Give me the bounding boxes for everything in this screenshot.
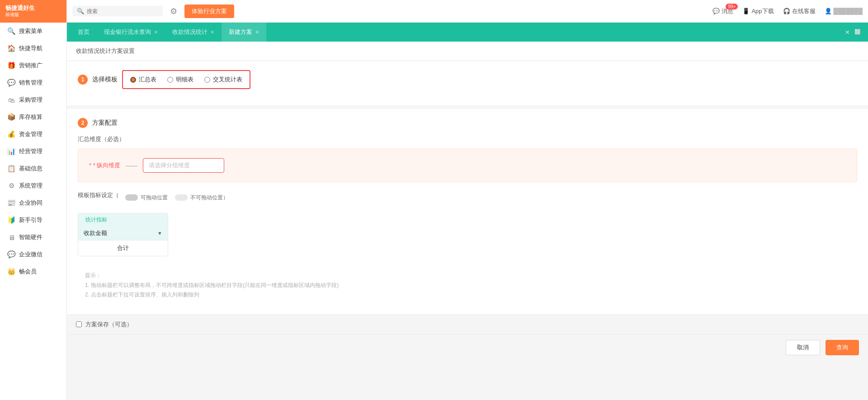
sidebar-item-newbie[interactable]: 🔰 新手引导 bbox=[0, 212, 66, 229]
search-box[interactable]: 🔍 bbox=[72, 6, 163, 16]
search-icon: 🔍 bbox=[77, 8, 84, 14]
service-item[interactable]: 🎧 在线客服 bbox=[783, 7, 816, 15]
topbar: 🔍 ⚙ 体验行业方案 💬 消息 99+ 📱 App下载 🎧 在线客服 👤 ███… bbox=[67, 0, 868, 23]
option-summary[interactable]: 汇总表 bbox=[130, 75, 156, 84]
tab-new-scheme-label: 新建方案 bbox=[229, 28, 252, 36]
sidebar-item-finance[interactable]: 💰 资金管理 bbox=[0, 126, 66, 143]
settings-icon[interactable]: ⚙ bbox=[170, 6, 177, 16]
sidebar-item-marketing[interactable]: 🎁 营销推广 bbox=[0, 57, 66, 74]
message-icon: 💬 bbox=[712, 8, 720, 14]
newbie-icon: 🔰 bbox=[7, 216, 15, 224]
step1-label: 1 选择模板 汇总表 明细表 交叉统计表 bbox=[78, 70, 857, 89]
step1-title: 选择模板 bbox=[92, 75, 118, 84]
dimension-select[interactable]: 请选择分组维度 bbox=[143, 158, 224, 173]
sidebar-item-label: 快捷导航 bbox=[19, 44, 42, 52]
sidebar-item-corp-collab[interactable]: 📰 企业协同 bbox=[0, 194, 66, 212]
logo: 畅捷通好生 标准版 bbox=[0, 0, 66, 23]
wechat-icon: 💬 bbox=[7, 250, 15, 259]
download-item[interactable]: 📱 App下载 bbox=[742, 7, 774, 15]
user-name: ███████ bbox=[834, 8, 863, 14]
sidebar-item-label: 库存核算 bbox=[19, 113, 42, 121]
tab-cash-flow[interactable]: 现金银行流水查询 ✕ bbox=[97, 23, 165, 42]
fixed-label: 不可拖动位置） bbox=[190, 194, 228, 202]
download-label: App下载 bbox=[751, 7, 774, 15]
user-info[interactable]: 👤 ███████ bbox=[825, 8, 863, 14]
sidebar-item-operation[interactable]: 📊 经营管理 bbox=[0, 143, 66, 160]
sidebar-item-member[interactable]: 👑 畅会员 bbox=[0, 263, 66, 280]
step1-number: 1 bbox=[78, 75, 88, 85]
save-checkbox[interactable] bbox=[76, 321, 82, 327]
tab-new-scheme-close[interactable]: ✕ bbox=[255, 29, 259, 35]
sidebar-item-label: 基础信息 bbox=[19, 165, 42, 173]
required-star: * bbox=[89, 162, 91, 169]
fixed-indicator bbox=[175, 194, 188, 201]
radio-detail[interactable] bbox=[167, 77, 173, 83]
trial-button[interactable]: 体验行业方案 bbox=[184, 5, 234, 18]
metrics-header: 模板指标设定（ 可拖动位置 不可拖动位置） bbox=[78, 191, 857, 204]
gear-icon: ⚙ bbox=[7, 182, 15, 190]
radio-cross[interactable] bbox=[204, 77, 210, 83]
money-icon: 💰 bbox=[7, 130, 15, 138]
option-detail[interactable]: 明细表 bbox=[167, 75, 193, 84]
vertical-dim-label: * * 纵向维度 bbox=[89, 161, 120, 169]
metrics-section: 模板指标设定（ 可拖动位置 不可拖动位置） 统计指标 bbox=[78, 191, 857, 256]
query-button[interactable]: 查询 bbox=[826, 340, 859, 355]
sidebar-item-label: 新手引导 bbox=[19, 216, 42, 224]
option-cross[interactable]: 交叉统计表 bbox=[204, 75, 242, 84]
tab-receipt-stats[interactable]: 收款情况统计 ✕ bbox=[165, 23, 222, 42]
tab-receipt-stats-close[interactable]: ✕ bbox=[210, 29, 214, 35]
metrics-table: 统计指标 收款金额 ▼ 合计 bbox=[78, 213, 168, 256]
sidebar-item-label: 畅会员 bbox=[19, 268, 37, 276]
metrics-table-header: 统计指标 bbox=[78, 213, 168, 226]
tab-home[interactable]: 首页 bbox=[71, 23, 97, 42]
radio-summary[interactable] bbox=[130, 77, 136, 83]
sidebar-item-label: 销售管理 bbox=[19, 79, 42, 87]
window-maximize-icon[interactable]: ⬜ bbox=[854, 29, 861, 36]
window-close-icon[interactable]: ✕ bbox=[845, 29, 850, 36]
monitor-icon: 🖥 bbox=[7, 234, 15, 241]
message-item[interactable]: 💬 消息 99+ bbox=[712, 7, 733, 15]
sidebar-item-label: 企业微信 bbox=[19, 250, 42, 259]
tips-section: 提示： 1. 拖动标题栏可以调整布局，不可跨维度或指标区域拖动栏目字段(只能在同… bbox=[78, 265, 857, 306]
sidebar-item-system[interactable]: ⚙ 系统管理 bbox=[0, 177, 66, 194]
sidebar-item-label: 资金管理 bbox=[19, 130, 42, 138]
tip1: 1. 拖动标题栏可以调整布局，不可跨维度或指标区域拖动栏目字段(只能在同一维度或… bbox=[85, 281, 850, 291]
sidebar-item-sales[interactable]: 💬 销售管理 bbox=[0, 74, 66, 91]
dimension-select-placeholder: 请选择分组维度 bbox=[149, 162, 190, 169]
page-content: 收款情况统计方案设置 1 选择模板 汇总表 明细表 bbox=[67, 42, 868, 400]
service-label: 在线客服 bbox=[792, 7, 816, 15]
step2-title: 方案配置 bbox=[92, 119, 118, 127]
cancel-button[interactable]: 取消 bbox=[786, 340, 820, 355]
sidebar-item-basic-info[interactable]: 📋 基础信息 bbox=[0, 160, 66, 177]
search-input[interactable] bbox=[87, 8, 155, 14]
option-summary-label: 汇总表 bbox=[139, 75, 156, 84]
sidebar-item-label: 经营管理 bbox=[19, 147, 42, 155]
vertical-label-text: * 纵向维度 bbox=[93, 162, 121, 169]
tip2: 2. 点击标题栏下拉可设置排序、插入列和删除列 bbox=[85, 290, 850, 300]
sidebar-item-purchase[interactable]: 🛍 采购管理 bbox=[0, 91, 66, 108]
metrics-col-row: 合计 bbox=[78, 240, 168, 256]
sidebar-item-label: 营销推广 bbox=[19, 61, 42, 70]
metrics-col-header[interactable]: 收款金额 ▼ bbox=[78, 226, 168, 240]
metrics-label-text: 模板指标设定（ bbox=[78, 191, 119, 199]
tab-cash-flow-close[interactable]: ✕ bbox=[154, 29, 158, 35]
tab-new-scheme[interactable]: 新建方案 ✕ bbox=[222, 23, 266, 42]
save-option-section: 方案保存（可选） bbox=[67, 315, 868, 334]
newspaper-icon: 📰 bbox=[7, 199, 15, 207]
option-cross-label: 交叉统计表 bbox=[213, 75, 242, 84]
service-icon: 🎧 bbox=[783, 8, 790, 14]
nav-tabs: 首页 现金银行流水查询 ✕ 收款情况统计 ✕ 新建方案 ✕ ✕ ⬜ bbox=[67, 23, 868, 42]
sidebar-item-quick-nav[interactable]: 🏠 快捷导航 bbox=[0, 40, 66, 57]
sidebar-item-corp-wechat[interactable]: 💬 企业微信 bbox=[0, 246, 66, 263]
sidebar-item-label: 搜索菜单 bbox=[19, 27, 42, 35]
tab-cash-flow-label: 现金银行流水查询 bbox=[104, 28, 151, 36]
sidebar-item-inventory[interactable]: 📦 库存核算 bbox=[0, 108, 66, 126]
crown-icon: 👑 bbox=[7, 268, 15, 276]
message-badge: 99+ bbox=[726, 4, 738, 9]
sidebar-item-search-menu[interactable]: 🔍 搜索菜单 bbox=[0, 23, 66, 40]
logo-text: 畅捷通好生 bbox=[5, 5, 35, 12]
metrics-col-dropdown-icon[interactable]: ▼ bbox=[157, 231, 162, 236]
page-header: 收款情况统计方案设置 bbox=[67, 42, 868, 61]
sidebar-item-smart-hw[interactable]: 🖥 智能硬件 bbox=[0, 229, 66, 246]
window-controls: ✕ ⬜ bbox=[845, 29, 864, 36]
